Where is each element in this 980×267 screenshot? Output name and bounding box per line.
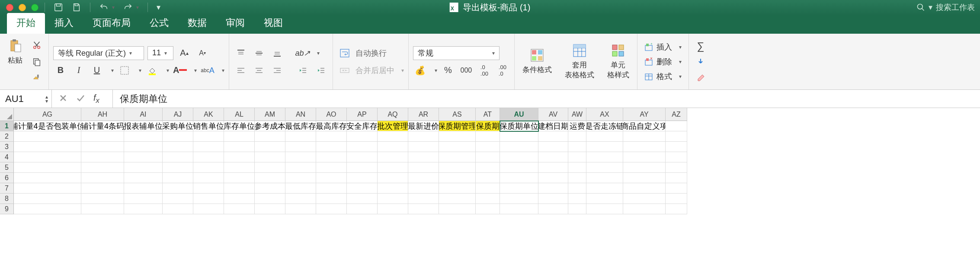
column-header-AU[interactable]: AU [500,108,538,121]
cell-AU3[interactable] [500,142,538,152]
cell-AU5[interactable] [500,162,538,173]
cell-AW5[interactable] [568,162,586,173]
cell-AP9[interactable] [347,204,378,214]
cell-AQ9[interactable] [378,204,408,214]
column-header-AZ[interactable]: AZ [666,108,687,121]
cell-AX6[interactable] [586,173,623,183]
cell-AT6[interactable] [476,173,500,183]
cell-AU2[interactable] [500,131,538,142]
cell-AK9[interactable] [193,204,224,214]
cell-AI1[interactable]: 报表辅单位 [124,121,163,131]
delete-cells-button[interactable]: × 删除▾ [642,56,684,68]
cell-AM6[interactable] [255,173,285,183]
cell-AR9[interactable] [408,204,439,214]
cell-AO1[interactable]: 最高库存 [316,121,347,131]
cell-AG9[interactable] [14,204,81,214]
cell-AK2[interactable] [193,131,224,142]
cell-AI5[interactable] [124,162,163,173]
column-header-AS[interactable]: AS [439,108,476,121]
decrease-font-size-button[interactable]: A▾ [195,47,210,60]
row-header-4[interactable]: 4 [0,152,14,162]
cell-AI2[interactable] [124,131,163,142]
cell-AP8[interactable] [347,194,378,204]
cell-AM2[interactable] [255,131,285,142]
cell-AL8[interactable] [224,194,255,204]
cell-AX1[interactable]: 是否走冻链 [586,121,623,131]
cell-AM8[interactable] [255,194,285,204]
cell-AY5[interactable] [623,162,666,173]
cell-AR6[interactable] [408,173,439,183]
column-header-AO[interactable]: AO [316,108,347,121]
phonetic-guide-button[interactable]: abcA [200,64,215,77]
cell-AH4[interactable] [81,152,124,162]
cell-AS5[interactable] [439,162,476,173]
column-header-AV[interactable]: AV [538,108,568,121]
cell-AZ6[interactable] [666,173,687,183]
cell-AU1[interactable]: 保质期单位 [500,121,538,131]
cell-AL3[interactable] [224,142,255,152]
cell-AG7[interactable] [14,183,81,194]
font-size-select[interactable]: 11▾ [147,46,173,60]
cell-AZ8[interactable] [666,194,687,204]
save-icon[interactable] [72,3,81,12]
cell-AG4[interactable] [14,152,81,162]
cell-AR1[interactable]: 最新进价 [408,121,439,131]
redo-icon[interactable]: ▾ [123,3,139,12]
align-left-button[interactable] [234,64,248,77]
cell-AX5[interactable] [586,162,623,173]
cell-AJ4[interactable] [163,152,193,162]
cell-AG8[interactable] [14,194,81,204]
cell-AX8[interactable] [586,194,623,204]
cell-AH6[interactable] [81,173,124,183]
cell-AY1[interactable]: 商品自定义项 [623,121,666,131]
column-header-AM[interactable]: AM [255,108,285,121]
cell-AT7[interactable] [476,183,500,194]
tab-view[interactable]: 视图 [254,13,292,34]
cell-AR5[interactable] [408,162,439,173]
cell-AO7[interactable] [316,183,347,194]
cell-AZ2[interactable] [666,131,687,142]
maximize-window-button[interactable] [31,4,38,11]
bold-button[interactable]: B [53,64,68,77]
autosave-icon[interactable] [54,3,63,12]
cell-AV9[interactable] [538,204,568,214]
cell-AN9[interactable] [285,204,316,214]
cell-AY6[interactable] [623,173,666,183]
cell-AW9[interactable] [568,204,586,214]
borders-button[interactable] [117,64,132,77]
fill-color-button[interactable] [145,64,160,77]
cell-AL5[interactable] [224,162,255,173]
cell-AT8[interactable] [476,194,500,204]
cell-AI7[interactable] [124,183,163,194]
cell-AW7[interactable] [568,183,586,194]
cell-AP4[interactable] [347,152,378,162]
row-header-9[interactable]: 9 [0,204,14,214]
cell-AJ7[interactable] [163,183,193,194]
cell-AJ3[interactable] [163,142,193,152]
align-middle-button[interactable] [252,47,266,60]
cell-AR4[interactable] [408,152,439,162]
column-header-AR[interactable]: AR [408,108,439,121]
cell-AS6[interactable] [439,173,476,183]
cell-AH1[interactable]: 辅计量4条码 [81,121,124,131]
cell-AR2[interactable] [408,131,439,142]
row-header-5[interactable]: 5 [0,162,14,173]
cell-AR8[interactable] [408,194,439,204]
tab-review[interactable]: 审阅 [216,13,254,34]
cell-AQ4[interactable] [378,152,408,162]
cell-AL7[interactable] [224,183,255,194]
cell-AN7[interactable] [285,183,316,194]
currency-button[interactable]: 💰 [413,64,428,77]
font-family-select[interactable]: 等线 Regular (正文)▾ [53,46,144,60]
cell-AX7[interactable] [586,183,623,194]
comma-button[interactable]: 000 [459,64,474,77]
cell-AW8[interactable] [568,194,586,204]
cell-AW2[interactable] [568,131,586,142]
column-header-AY[interactable]: AY [623,108,666,121]
cell-AG6[interactable] [14,173,81,183]
cell-AP1[interactable]: 安全库存 [347,121,378,131]
tab-home[interactable]: 开始 [7,13,45,34]
cell-AM4[interactable] [255,152,285,162]
clear-button[interactable] [693,71,708,84]
column-header-AN[interactable]: AN [285,108,316,121]
